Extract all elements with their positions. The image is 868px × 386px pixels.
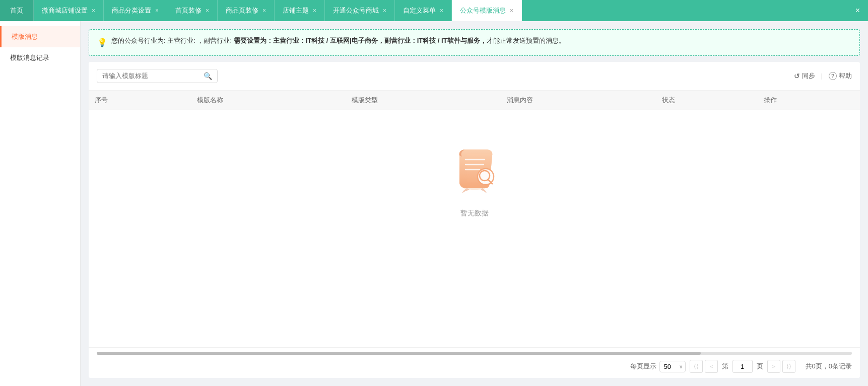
tab-close-home-decoration[interactable]: × bbox=[206, 7, 209, 14]
tab-label-product-decoration: 商品页装修 bbox=[226, 6, 258, 15]
tab-home-decoration[interactable]: 首页装修× bbox=[167, 0, 218, 21]
scrollbar-thumb bbox=[97, 352, 701, 355]
notice-banner: 💡 您的公众号行业为: 主营行业: ，副营行业: 需要设置为：主营行业：IT科技… bbox=[89, 29, 860, 56]
page-number-input[interactable] bbox=[732, 360, 753, 373]
close-all-tabs-button[interactable]: × bbox=[847, 6, 868, 15]
tab-label-product-category: 商品分类设置 bbox=[112, 6, 151, 15]
search-icon[interactable]: 🔍 bbox=[204, 72, 212, 80]
col-header-name: 模版名称 bbox=[191, 91, 346, 110]
tab-label-template-message: 公众号模版消息 bbox=[460, 6, 506, 15]
prev-page-button[interactable]: ＜ bbox=[705, 360, 718, 373]
next-page-button[interactable]: ＞ bbox=[767, 360, 780, 373]
bulb-icon: 💡 bbox=[97, 36, 107, 49]
tab-home[interactable]: 首页 bbox=[0, 0, 34, 21]
sidebar: 模版消息模版消息记录 bbox=[0, 21, 81, 386]
tab-close-product-category[interactable]: × bbox=[155, 7, 159, 14]
col-header-status: 状态 bbox=[656, 91, 758, 110]
tab-weshop-settings[interactable]: 微商城店铺设置× bbox=[34, 0, 104, 21]
tab-label-custom-menu: 自定义菜单 bbox=[403, 6, 436, 15]
tab-open-public-shop[interactable]: 开通公众号商城× bbox=[325, 0, 395, 21]
tab-close-open-public-shop[interactable]: × bbox=[383, 7, 386, 14]
data-table: 序号模版名称模版类型消息内容状态操作 bbox=[89, 91, 860, 110]
tab-close-weshop-settings[interactable]: × bbox=[92, 7, 95, 14]
refresh-icon: ↺ bbox=[794, 72, 800, 80]
per-page-select-wrap: 50 10 20 100 bbox=[659, 361, 686, 372]
tab-close-template-message[interactable]: × bbox=[510, 7, 513, 14]
table-container: 🔍 ↺ 同步 | ? 帮助 序号 bbox=[89, 62, 860, 378]
pagination-nav: ⟨⟨ ＜ 第 页 ＞ ⟩⟩ bbox=[690, 360, 795, 373]
total-label: 共0页，0条记录 bbox=[806, 362, 852, 371]
per-page-select[interactable]: 50 10 20 100 bbox=[659, 361, 686, 372]
col-header-content: 消息内容 bbox=[501, 91, 656, 110]
empty-text: 暂无数据 bbox=[460, 209, 489, 218]
tab-close-product-decoration[interactable]: × bbox=[262, 7, 266, 14]
search-input[interactable] bbox=[102, 72, 204, 80]
tab-shop-theme[interactable]: 店铺主题× bbox=[275, 0, 325, 21]
tab-close-shop-theme[interactable]: × bbox=[313, 7, 316, 14]
tab-template-message[interactable]: 公众号模版消息× bbox=[452, 0, 522, 21]
notice-text: 您的公众号行业为: 主营行业: ，副营行业: 需要设置为：主营行业：IT科技 /… bbox=[111, 36, 565, 46]
tab-label-weshop-settings: 微商城店铺设置 bbox=[42, 6, 88, 15]
tab-product-category[interactable]: 商品分类设置× bbox=[104, 0, 167, 21]
divider: | bbox=[821, 72, 823, 80]
tab-bar: 首页微商城店铺设置×商品分类设置×首页装修×商品页装修×店铺主题×开通公众号商城… bbox=[0, 0, 868, 21]
main-layout: 模版消息模版消息记录 💡 您的公众号行业为: 主营行业: ，副营行业: 需要设置… bbox=[0, 21, 868, 386]
sidebar-item-template-msg[interactable]: 模版消息 bbox=[0, 26, 80, 47]
tab-close-custom-menu[interactable]: × bbox=[440, 7, 443, 14]
empty-state: 暂无数据 bbox=[89, 110, 860, 238]
content-area: 💡 您的公众号行业为: 主营行业: ，副营行业: 需要设置为：主营行业：IT科技… bbox=[81, 21, 868, 386]
search-input-wrap: 🔍 bbox=[97, 69, 218, 83]
tab-product-decoration[interactable]: 商品页装修× bbox=[218, 0, 275, 21]
tab-label-open-public-shop: 开通公众号商城 bbox=[333, 6, 379, 15]
sync-button[interactable]: ↺ 同步 bbox=[794, 71, 815, 81]
empty-illustration bbox=[444, 140, 505, 201]
last-page-button[interactable]: ⟩⟩ bbox=[782, 360, 795, 373]
table-wrapper: 序号模版名称模版类型消息内容状态操作 bbox=[89, 91, 860, 347]
col-header-index: 序号 bbox=[89, 91, 191, 110]
per-page-wrap: 每页显示 50 10 20 100 bbox=[630, 361, 686, 372]
first-page-button[interactable]: ⟨⟨ bbox=[690, 360, 703, 373]
help-icon: ? bbox=[829, 72, 837, 80]
scrollbar-track bbox=[97, 352, 852, 355]
pagination: 每页显示 50 10 20 100 ⟨⟨ ＜ 第 页 bbox=[89, 355, 860, 378]
sidebar-item-template-msg-record[interactable]: 模版消息记录 bbox=[0, 47, 80, 68]
horizontal-scrollbar[interactable] bbox=[89, 347, 860, 355]
tab-custom-menu[interactable]: 自定义菜单× bbox=[395, 0, 452, 21]
help-button[interactable]: ? 帮助 bbox=[829, 71, 852, 81]
tab-label-home-decoration: 首页装修 bbox=[175, 6, 202, 15]
toolbar-right: ↺ 同步 | ? 帮助 bbox=[794, 71, 852, 81]
col-header-action: 操作 bbox=[758, 91, 860, 110]
tab-label-home: 首页 bbox=[10, 6, 23, 15]
col-header-type: 模版类型 bbox=[346, 91, 501, 110]
search-bar: 🔍 ↺ 同步 | ? 帮助 bbox=[89, 62, 860, 91]
tab-label-shop-theme: 店铺主题 bbox=[283, 6, 309, 15]
